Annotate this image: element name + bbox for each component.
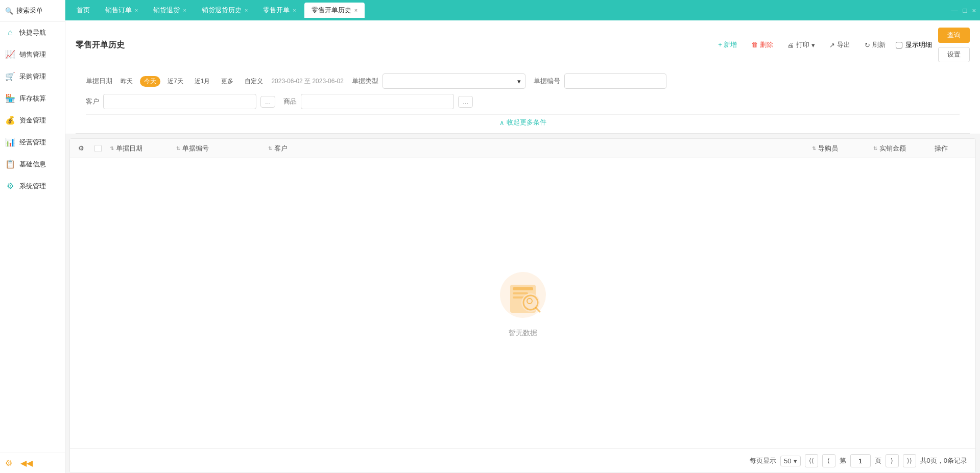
add-button[interactable]: + 新增 [714,38,741,52]
tab-retail-open[interactable]: 零售开单 × [256,3,303,18]
refresh-label: 刷新 [872,40,886,49]
tab-sales-order-close[interactable]: × [135,7,138,13]
table-container: ⚙ ⇅ 单据日期 ⇅ 单据编号 ⇅ 客户 ⇅ [69,138,976,473]
date-range-display: 2023-06-02 至 2023-06-02 [271,77,343,86]
tab-retail-open-history-label: 零售开单历史 [312,6,351,15]
tab-retail-open-history-close[interactable]: × [354,7,357,13]
sidebar-item-quick-nav[interactable]: ⌂ 快捷导航 [0,22,65,43]
collapse-more-label: 收起更多条件 [507,118,546,127]
sort-up-icon: ⇅ [110,145,114,151]
tab-sales-return-label: 销货退货 [153,6,180,15]
tab-sales-return[interactable]: 销货退货 × [146,3,193,18]
tab-sales-return-close[interactable]: × [183,7,186,13]
tab-sales-order[interactable]: 销售订单 × [98,3,145,18]
print-button[interactable]: 🖨 打印 ▾ [783,38,819,52]
refresh-button[interactable]: ↻ 刷新 [861,38,890,52]
page-label: 第 [840,456,846,465]
customer-filter-input[interactable] [103,94,256,109]
page-prev-btn[interactable]: ⟨ [822,454,835,467]
type-filter-label: 单据类型 [352,77,378,86]
window-minimize[interactable]: — [951,7,958,14]
date-btn-1month[interactable]: 近1月 [190,76,214,87]
number-filter-label: 单据编号 [534,77,560,86]
tab-home[interactable]: 首页 [69,3,97,18]
table-header: ⚙ ⇅ 单据日期 ⇅ 单据编号 ⇅ 客户 ⇅ [70,139,975,158]
th-customer[interactable]: ⇅ 客户 [264,144,808,153]
window-maximize[interactable]: □ [963,7,967,14]
export-icon: ↗ [829,41,835,49]
date-filter-group: 单据日期 昨天 今天 近7天 近1月 更多 自定义 2023-06-02 至 2… [86,76,344,87]
sidebar-item-label: 库存核算 [19,94,46,103]
date-btn-yesterday[interactable]: 昨天 [116,76,137,87]
collapse-icon[interactable]: ◀◀ [20,458,33,468]
sidebar-item-basic-info[interactable]: 📋 基础信息 [0,153,65,175]
number-filter-group: 单据编号 [534,73,666,89]
window-close[interactable]: × [972,7,976,14]
date-btn-custom[interactable]: 自定义 [241,76,267,87]
delete-button[interactable]: 🗑 删除 [747,38,777,52]
query-button[interactable]: 查询 [938,28,970,43]
select-all-checkbox[interactable] [94,145,102,152]
empty-text: 暂无数据 [509,329,537,338]
settings-bottom-icon[interactable]: ⚙ [5,458,12,468]
date-btn-more[interactable]: 更多 [217,76,237,87]
date-btn-today[interactable]: 今天 [140,76,160,87]
ops-icon: 📊 [5,137,15,147]
sidebar-item-purchase-mgmt[interactable]: 🛒 采购管理 [0,65,65,87]
sidebar-search-label: 搜索采单 [16,6,43,15]
export-button[interactable]: ↗ 导出 [825,38,854,52]
display-detail-toggle[interactable]: 显示明细 [896,40,932,49]
page-last-btn[interactable]: ⟩⟩ [903,454,916,467]
tab-retail-open-label: 零售开单 [263,6,290,15]
sidebar-item-label: 系统管理 [19,182,46,191]
tab-sales-return-history[interactable]: 销货退货历史 × [195,3,255,18]
sales-icon: 📈 [5,49,15,59]
pagination: 每页显示 50 ▾ ⟨⟨ ⟨ 第 1 页 ⟩ ⟩⟩ 共0页，0条记录 [70,449,975,472]
sidebar-item-inventory[interactable]: 🏪 库存核算 [0,87,65,109]
empty-illustration [497,269,548,320]
sidebar-item-ops-mgmt[interactable]: 📊 经营管理 [0,131,65,153]
print-icon: 🖨 [787,41,794,49]
date-btn-7days[interactable]: 近7天 [163,76,187,87]
sidebar-search[interactable]: 🔍 搜索采单 [0,0,65,22]
sidebar-bottom: ⚙ ◀◀ [0,453,65,473]
page-size-chevron: ▾ [794,457,797,465]
goods-ellipsis-btn[interactable]: ... [458,96,473,108]
type-filter-group: 单据类型 ▾ [352,73,525,89]
sidebar-item-sales-mgmt[interactable]: 📈 销售管理 [0,43,65,65]
page-number-input[interactable]: 1 [850,454,871,467]
goods-filter-label: 商品 [283,97,297,106]
inventory-icon: 🏪 [5,93,15,103]
page-next-btn[interactable]: ⟩ [886,454,899,467]
sidebar: 🔍 搜索采单 ⌂ 快捷导航 📈 销售管理 🛒 采购管理 🏪 库存核算 💰 资金管… [0,0,65,473]
th-number[interactable]: ⇅ 单据编号 [172,144,264,153]
page-first-btn[interactable]: ⟨⟨ [805,454,818,467]
th-action-label: 操作 [935,144,948,153]
tab-retail-open-history[interactable]: 零售开单历史 × [304,3,365,18]
collapse-more-btn[interactable]: ∧ 收起更多条件 [86,114,960,130]
sidebar-item-label: 经营管理 [19,138,46,147]
sidebar-item-finance-mgmt[interactable]: 💰 资金管理 [0,109,65,131]
th-amount-label: 实销金额 [879,144,906,153]
th-settings[interactable]: ⚙ [74,144,90,152]
print-chevron: ▾ [811,41,815,49]
customer-ellipsis-btn[interactable]: ... [260,96,275,108]
tab-retail-open-close[interactable]: × [293,7,296,13]
th-date[interactable]: ⇅ 单据日期 [106,144,172,153]
goods-filter-input[interactable] [301,94,454,109]
display-detail-label: 显示明细 [905,40,932,49]
setting-button[interactable]: 设置 [938,47,970,62]
page-total-label: 共0页，0条记录 [920,456,967,465]
display-detail-checkbox[interactable] [896,42,902,48]
tab-sales-return-history-close[interactable]: × [245,7,248,13]
th-checkbox[interactable] [90,145,106,152]
th-amount[interactable]: ⇅ 实销金额 [869,144,930,153]
sidebar-item-label: 销售管理 [19,50,46,59]
th-salesperson[interactable]: ⇅ 导购员 [808,144,869,153]
sidebar-item-sys-mgmt[interactable]: ⚙ 系统管理 [0,175,65,197]
date-shortcuts: 昨天 今天 近7天 近1月 更多 自定义 [116,76,267,87]
search-icon: 🔍 [5,7,13,15]
page-size-select[interactable]: 50 ▾ [780,456,800,466]
type-filter-select[interactable]: ▾ [383,73,525,89]
number-filter-input[interactable] [564,73,666,89]
